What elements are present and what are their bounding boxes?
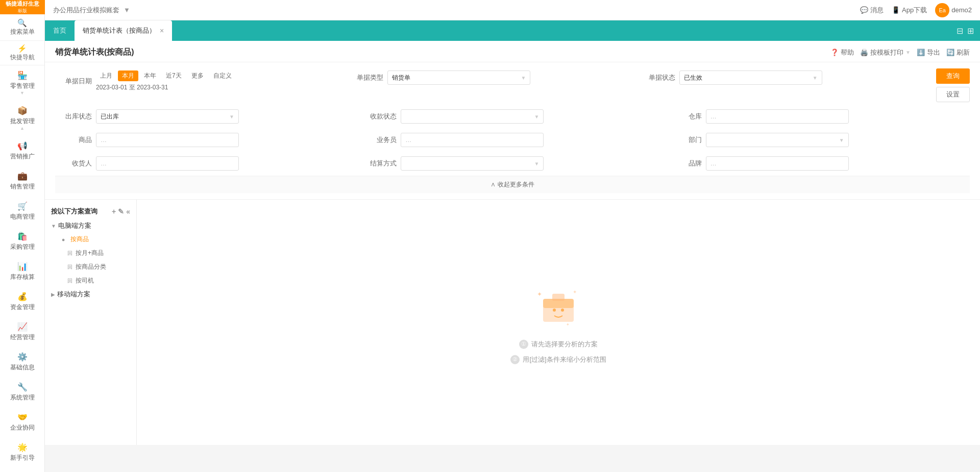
svg-point-4	[561, 309, 564, 312]
tab-home[interactable]: 首页	[45, 20, 75, 41]
dept-dropdown-icon: ▼	[839, 137, 844, 143]
sidebar-item-apps[interactable]: 📱 应用中心	[0, 467, 44, 472]
date-tab-cur-year[interactable]: 本年	[140, 70, 160, 81]
sidebar-item-wholesale[interactable]: 📦 批发管理 ▲	[0, 101, 44, 136]
filter-date-cell: 单据日期 上月 本月 本年 近7天 更多 自定义 2023-03-01 至 20…	[55, 68, 347, 94]
mobile-scheme-title[interactable]: ▶ 移动端方案	[45, 288, 136, 301]
warehouse-label: 仓库	[665, 112, 706, 121]
app-download-btn[interactable]: 📱 App下载	[892, 6, 927, 15]
scheme-icon-category: 回	[67, 264, 72, 271]
refresh-btn[interactable]: 🔄 刷新	[946, 48, 970, 57]
svg-rect-2	[552, 294, 565, 301]
date-tab-more[interactable]: 更多	[187, 70, 208, 81]
sidebar-search[interactable]: 🔍 搜索菜单	[0, 14, 44, 41]
tab-active-label: 销货单统计表（按商品）	[83, 26, 156, 35]
tab-close-icon[interactable]: ×	[160, 27, 164, 34]
sidebar-item-enterprise[interactable]: 🤝 企业协同	[0, 407, 44, 437]
add-scheme-icon[interactable]: +	[112, 207, 116, 216]
status-dropdown-icon: ▼	[813, 75, 818, 81]
sidebar-item-finance[interactable]: 💰 资金管理	[0, 287, 44, 317]
status-select[interactable]: 已生效 ▼	[679, 70, 822, 85]
scheme-item-by-goods[interactable]: ● 按商品	[45, 232, 136, 246]
brand-input[interactable]: …	[706, 156, 849, 171]
filter-goods-cell: 商品 …	[55, 131, 360, 149]
edit-scheme-icon[interactable]: ✎	[118, 207, 124, 216]
finance-icon: 💰	[17, 292, 28, 301]
query-button[interactable]: 查询	[936, 68, 970, 84]
scheme-icon-machine: 回	[67, 277, 72, 285]
goods-input[interactable]: …	[96, 133, 239, 147]
print-label: 按模板打印	[870, 48, 903, 57]
sidebar-item-marketing[interactable]: 📢 营销推广	[0, 136, 44, 166]
left-panel-title: 按以下方案查询	[51, 207, 97, 216]
export-btn[interactable]: ⬇️ 导出	[917, 48, 940, 57]
payment-input[interactable]: ▼	[401, 156, 544, 171]
help-btn[interactable]: ❓ 帮助	[830, 48, 854, 57]
step1-num: ①	[519, 340, 528, 349]
sidebar-item-operations[interactable]: 📈 经营管理	[0, 317, 44, 347]
tab-minimize-icon[interactable]: ⊟	[957, 26, 963, 36]
sidebar-item-sales[interactable]: 💼 销售管理	[0, 166, 44, 196]
sidebar-enterprise-label: 企业协同	[10, 423, 35, 432]
date-tab-7days[interactable]: 近7天	[162, 70, 186, 81]
message-icon: 💬	[860, 6, 868, 14]
content-area: 销货单统计表(按商品) ❓ 帮助 🖨️ 按模板打印 ▼ ⬇️ 导出	[45, 41, 980, 472]
pc-scheme-title[interactable]: ▼ 电脑端方案	[45, 219, 136, 232]
type-value: 销货单	[392, 74, 410, 82]
tab-actions: ⊟ ⊞	[957, 26, 980, 36]
settings-button[interactable]: 设置	[936, 87, 970, 102]
sidebar-item-ecommerce[interactable]: 🛒 电商管理	[0, 196, 44, 226]
left-panel: 按以下方案查询 + ✎ « ▼ 电脑端方案	[45, 200, 137, 445]
print-btn[interactable]: 🖨️ 按模板打印 ▼	[860, 48, 911, 57]
empty-step-2: ② 用[过滤]条件来缩小分析范围	[510, 355, 606, 364]
sidebar-inventory-label: 库存核算	[10, 273, 35, 281]
sidebar-system-label: 系统管理	[10, 393, 35, 402]
pay-label: 收款状态	[360, 112, 401, 121]
topbar: 办公用品行业模拟账套 ▼ 💬 消息 📱 App下载 Ea demo2	[45, 0, 980, 20]
sidebar-item-system[interactable]: 🔧 系统管理	[0, 377, 44, 407]
scheme-label-category: 按商品分类	[76, 263, 106, 271]
filter-receiver-cell: 收货人 …	[55, 154, 360, 173]
dept-input[interactable]: ▼	[706, 133, 849, 147]
out-select[interactable]: 已出库 ▼	[96, 109, 239, 124]
scheme-item-machine[interactable]: 回 按司机	[45, 274, 136, 288]
collapse-panel-icon[interactable]: «	[126, 207, 130, 216]
date-tab-prev-month[interactable]: 上月	[96, 70, 116, 81]
collapse-bar[interactable]: ∧ 收起更多条件	[55, 176, 970, 193]
sidebar-quicknav-label: 快捷导航	[0, 53, 44, 62]
user-area[interactable]: Ea demo2	[935, 3, 972, 17]
export-label: 导出	[927, 48, 940, 57]
staff-label: 业务员	[360, 135, 401, 145]
purchase-icon: 🛍️	[17, 231, 28, 241]
scheme-item-category[interactable]: 回 按商品分类	[45, 260, 136, 274]
help-label: 帮助	[841, 48, 854, 57]
sidebar-retail-label: 零售管理	[10, 82, 35, 90]
pay-select[interactable]: ▼	[401, 109, 544, 124]
sidebar-item-purchase[interactable]: 🛍️ 采购管理	[0, 226, 44, 256]
sidebar-item-inventory[interactable]: 📊 库存核算	[0, 256, 44, 287]
sidebar-item-basic[interactable]: ⚙️ 基础信息	[0, 347, 44, 377]
warehouse-input[interactable]: …	[706, 109, 849, 124]
sidebar-quick-nav[interactable]: ⚡ 快捷导航	[0, 41, 44, 65]
sidebar-item-retail[interactable]: 🏪 零售管理 ▼	[0, 65, 44, 101]
type-select[interactable]: 销货单 ▼	[387, 70, 530, 85]
dropdown-arrow[interactable]: ▼	[124, 6, 130, 14]
collapse-label: ∧ 收起更多条件	[491, 181, 534, 188]
date-tab-custom[interactable]: 自定义	[209, 70, 236, 81]
tab-home-label: 首页	[53, 26, 66, 35]
receiver-input[interactable]: …	[96, 156, 239, 171]
scheme-item-month-goods[interactable]: 回 按月+商品	[45, 246, 136, 260]
filter-type-cell: 单据类型 销货单 ▼	[347, 68, 638, 87]
left-panel-header: 按以下方案查询 + ✎ «	[45, 204, 136, 219]
filter-staff-cell: 业务员 …	[360, 131, 665, 149]
sidebar-item-newbie[interactable]: 🌟 新手引导	[0, 437, 44, 467]
messages-btn[interactable]: 💬 消息	[860, 6, 884, 15]
print-dropdown-icon[interactable]: ▼	[905, 50, 911, 55]
staff-placeholder: …	[405, 136, 411, 144]
tab-active[interactable]: 销货单统计表（按商品） ×	[75, 20, 172, 41]
staff-input[interactable]: …	[401, 133, 544, 147]
tab-maximize-icon[interactable]: ⊞	[967, 26, 974, 36]
date-tab-cur-month[interactable]: 本月	[118, 70, 138, 81]
page-header: 销货单统计表(按商品) ❓ 帮助 🖨️ 按模板打印 ▼ ⬇️ 导出	[45, 41, 980, 62]
avatar: Ea	[935, 3, 949, 17]
